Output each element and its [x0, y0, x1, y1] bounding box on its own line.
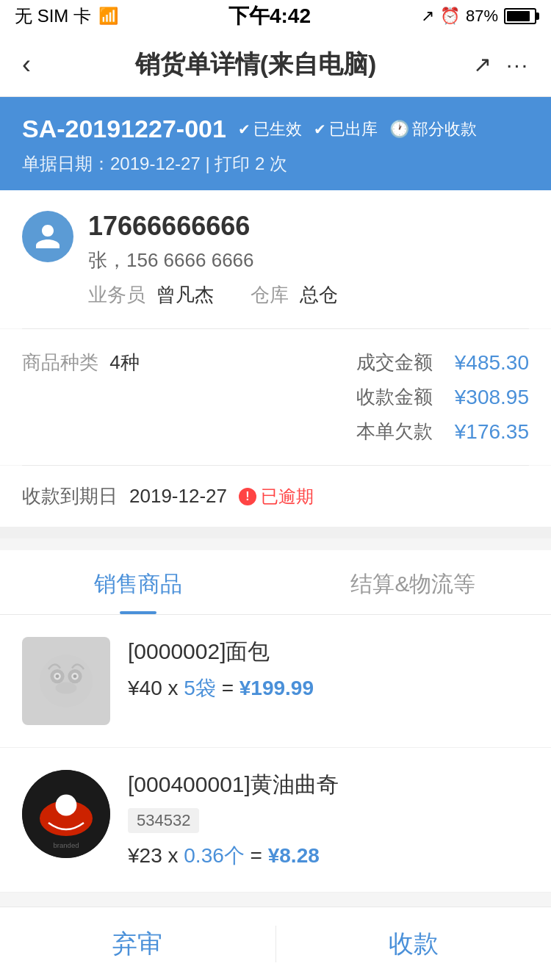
customer-name-phone: 张，156 6666 6666 — [88, 248, 529, 273]
back-button[interactable]: ‹ — [15, 42, 38, 87]
due-section: 收款到期日 2019-12-27 ! 已逾期 — [0, 466, 551, 527]
order-banner: SA-20191227-001 ✔ 已生效 ✔ 已出库 🕐 部分收款 单据日期：… — [0, 97, 551, 190]
deal-value: ¥485.30 — [455, 351, 529, 375]
nav-actions: ↗ ··· — [473, 51, 529, 77]
status-effected: ✔ 已生效 — [238, 118, 302, 140]
received-label: 收款金额 — [356, 384, 433, 410]
tabs-bar: 销售商品 结算&物流等 — [0, 550, 551, 615]
debt-label: 本单欠款 — [356, 419, 433, 444]
category-field: 商品种类 4种 — [22, 350, 140, 375]
received-amount-row: 收款金额 ¥308.95 — [356, 384, 529, 410]
product-price-1: ¥40 x 5袋 = ¥199.99 — [128, 674, 529, 702]
svg-point-10 — [56, 795, 77, 816]
salesperson-label: 业务员 — [88, 284, 145, 306]
status-shipped: ✔ 已出库 — [314, 118, 378, 140]
nav-bar: ‹ 销货单详情(来自电脑) ↗ ··· — [0, 32, 551, 97]
wifi-icon: 📶 — [98, 7, 118, 26]
product-image-2: branded — [22, 770, 110, 858]
location-icon: ↗ — [421, 7, 434, 26]
battery-icon — [504, 8, 536, 24]
category-label: 商品种类 — [22, 351, 98, 373]
check-icon-2: ✔ — [314, 120, 326, 138]
product-sku-2: 534532 — [128, 808, 199, 833]
salesperson-field: 业务员 曾凡杰 — [88, 282, 214, 308]
svg-point-7 — [56, 682, 77, 694]
svg-point-0 — [40, 655, 93, 707]
summary-row: 商品种类 4种 成交金额 ¥485.30 收款金额 ¥308.95 本单欠款 ¥… — [22, 350, 529, 444]
status-partial: 🕐 部分收款 — [389, 118, 477, 140]
clock-icon: 🕐 — [389, 120, 409, 139]
product-name-2: [000400001]黄油曲奇 — [128, 770, 529, 800]
product-item: [0000002]面包 ¥40 x 5袋 = ¥199.99 — [0, 615, 551, 748]
overdue-badge: ! 已逾期 — [239, 485, 314, 508]
svg-text:branded: branded — [53, 841, 79, 849]
product-name-1: [0000002]面包 — [128, 637, 529, 667]
received-value: ¥308.95 — [455, 386, 529, 409]
tab-settlement[interactable]: 结算&物流等 — [276, 550, 551, 614]
overdue-text: 已逾期 — [261, 485, 314, 508]
order-id: SA-20191227-001 — [22, 115, 226, 143]
cancel-button[interactable]: 弃审 — [0, 912, 276, 976]
tabs-section: 销售商品 结算&物流等 [00000 — [0, 550, 551, 893]
avatar — [22, 211, 73, 262]
product-info-1: [0000002]面包 ¥40 x 5袋 = ¥199.99 — [128, 637, 529, 702]
share-button[interactable]: ↗ — [473, 51, 491, 77]
customer-meta: 业务员 曾凡杰 仓库 总仓 — [88, 282, 529, 308]
bottom-bar: 弃审 收款 — [0, 907, 551, 980]
due-label: 收款到期日 — [22, 483, 118, 509]
summary-section: 商品种类 4种 成交金额 ¥485.30 收款金额 ¥308.95 本单欠款 ¥… — [0, 329, 551, 465]
confirm-button[interactable]: 收款 — [276, 912, 552, 976]
amounts-section: 成交金额 ¥485.30 收款金额 ¥308.95 本单欠款 ¥176.35 — [356, 350, 529, 444]
warehouse-field: 仓库 总仓 — [251, 282, 338, 308]
debt-value: ¥176.35 — [455, 420, 529, 444]
avatar-icon — [33, 222, 62, 251]
tab-sales-products[interactable]: 销售商品 — [0, 550, 276, 614]
status-right: ↗ ⏰ 87% — [421, 7, 536, 26]
product-thumbnail-1 — [22, 637, 110, 725]
status-time: 下午4:42 — [228, 2, 311, 30]
more-button[interactable]: ··· — [506, 52, 529, 77]
svg-point-6 — [73, 674, 77, 678]
check-icon-1: ✔ — [238, 120, 251, 138]
category-value: 4种 — [109, 351, 139, 373]
overdue-icon: ! — [239, 488, 256, 505]
status-left: 无 SIM 卡 📶 — [15, 4, 118, 28]
deal-amount-row: 成交金额 ¥485.30 — [356, 350, 529, 375]
customer-section: 17666666666 张，156 6666 6666 业务员 曾凡杰 仓库 总… — [0, 190, 551, 328]
product-item-2: branded [000400001]黄油曲奇 534532 ¥23 x 0.3… — [0, 748, 551, 893]
warehouse-value: 总仓 — [300, 284, 338, 306]
warehouse-label: 仓库 — [251, 284, 289, 306]
carrier-label: 无 SIM 卡 — [15, 4, 91, 28]
order-banner-top: SA-20191227-001 ✔ 已生效 ✔ 已出库 🕐 部分收款 — [22, 115, 529, 143]
salesperson-value: 曾凡杰 — [156, 284, 214, 306]
product-price-2: ¥23 x 0.36个 = ¥8.28 — [128, 842, 529, 870]
order-date: 单据日期：2019-12-27 | 打印 2 次 — [22, 152, 529, 176]
page-title: 销货单详情(来自电脑) — [38, 48, 473, 82]
divider-3 — [0, 527, 551, 538]
product-list: [0000002]面包 ¥40 x 5袋 = ¥199.99 branded [… — [0, 615, 551, 893]
debt-amount-row: 本单欠款 ¥176.35 — [356, 419, 529, 444]
customer-id: 17666666666 — [88, 211, 529, 242]
product-thumbnail-2: branded — [22, 770, 110, 858]
battery-label: 87% — [466, 7, 498, 26]
customer-info: 17666666666 张，156 6666 6666 业务员 曾凡杰 仓库 总… — [88, 211, 529, 308]
owl-icon — [37, 652, 96, 710]
product-info-2: [000400001]黄油曲奇 534532 ¥23 x 0.36个 = ¥8.… — [128, 770, 529, 870]
status-bar: 无 SIM 卡 📶 下午4:42 ↗ ⏰ 87% — [0, 0, 551, 32]
due-date-value: 2019-12-27 — [129, 485, 227, 508]
deal-label: 成交金额 — [356, 350, 433, 375]
alarm-icon: ⏰ — [440, 7, 460, 26]
svg-point-5 — [56, 674, 60, 678]
